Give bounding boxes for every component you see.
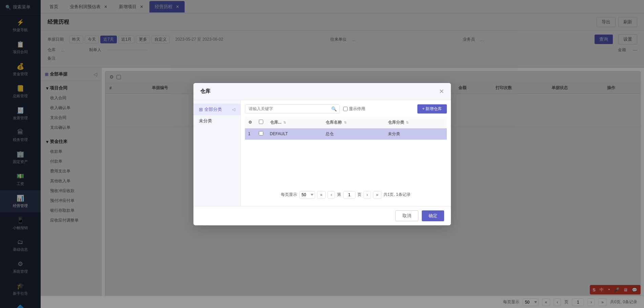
show-disabled-label: 显示停用 (349, 106, 365, 112)
page-word: 第 (337, 192, 341, 198)
search-input[interactable] (245, 105, 329, 113)
last-page-btn[interactable]: » (373, 191, 381, 199)
row-name-cell: 总仓 (322, 128, 385, 140)
sidebar-collapse-icon[interactable]: ◁ (232, 107, 235, 112)
page-number-input[interactable] (343, 191, 355, 199)
page-label: 页 (357, 192, 361, 198)
modal-title: 仓库 (200, 88, 210, 95)
per-page-select[interactable]: 50 100 (299, 191, 315, 199)
modal-select-all[interactable] (259, 120, 263, 124)
modal-col-name: 仓库名称 ⇅ (322, 117, 385, 128)
row-code-cell: DEFAULT (267, 128, 323, 140)
confirm-button[interactable]: 确定 (422, 210, 444, 221)
search-box: 🔍 (245, 104, 340, 114)
modal-col-code: 仓库... ⇅ (267, 117, 323, 128)
modal-body: ⊞ 全部分类 ◁ 未分类 🔍 显示停用 + 新增仓库 (193, 100, 451, 206)
gear-icon-table: ⚙ (248, 120, 252, 125)
sort-icon-code: ⇅ (283, 121, 286, 124)
modal-sidebar: ⊞ 全部分类 ◁ 未分类 (193, 100, 241, 206)
modal-col-category: 仓库分类 ⇅ (385, 117, 447, 128)
prev-page-btn[interactable]: ‹ (328, 191, 335, 199)
modal-all-label: 全部分类 (204, 106, 222, 112)
cancel-button[interactable]: 取消 (395, 210, 418, 221)
modal-table: ⚙ 仓库... ⇅ 仓库名称 ⇅ 仓库分类 ⇅ (245, 117, 447, 140)
sort-icon-category: ⇅ (406, 121, 409, 124)
total-records-label: 共1页, 1条记录 (383, 192, 411, 198)
row-checkbox-cell (255, 128, 267, 140)
modal-main: 🔍 显示停用 + 新增仓库 ⚙ 仓库... ⇅ (241, 100, 451, 206)
row-gear-cell: 1 (245, 128, 255, 140)
row-checkbox[interactable] (259, 131, 263, 136)
modal-toolbar: 🔍 显示停用 + 新增仓库 (245, 104, 447, 114)
table-row[interactable]: 1 DEFAULT 总仓 未分类 (245, 128, 447, 140)
search-icon-modal: 🔍 (329, 105, 339, 113)
next-page-btn[interactable]: › (363, 191, 371, 199)
first-page-btn[interactable]: « (317, 191, 326, 199)
modal-pagination: 每页显示 50 100 « ‹ 第 页 › » 共1页, 1条记录 (245, 188, 447, 202)
modal-col-gear: ⚙ (245, 117, 255, 128)
per-page-label: 每页显示 (281, 192, 297, 198)
modal-table-wrapper: ⚙ 仓库... ⇅ 仓库名称 ⇅ 仓库分类 ⇅ (245, 117, 447, 188)
warehouse-modal: 仓库 ✕ ⊞ 全部分类 ◁ 未分类 🔍 显示停用 + (193, 83, 451, 225)
modal-header: 仓库 ✕ (193, 83, 451, 100)
modal-footer: 取消 确定 (193, 206, 451, 225)
modal-sidebar-uncategorized[interactable]: 未分类 (193, 115, 241, 127)
modal-sidebar-all-categories[interactable]: ⊞ 全部分类 ◁ (193, 104, 241, 115)
modal-col-checkbox (255, 117, 267, 128)
row-category-cell: 未分类 (385, 128, 447, 140)
grid-icon-modal: ⊞ (199, 107, 203, 112)
show-disabled-checkbox[interactable] (343, 107, 348, 111)
modal-close-button[interactable]: ✕ (439, 88, 444, 95)
sort-icon-name: ⇅ (344, 121, 347, 124)
add-warehouse-button[interactable]: + 新增仓库 (417, 104, 446, 114)
show-disabled-checkbox-label[interactable]: 显示停用 (343, 106, 365, 112)
